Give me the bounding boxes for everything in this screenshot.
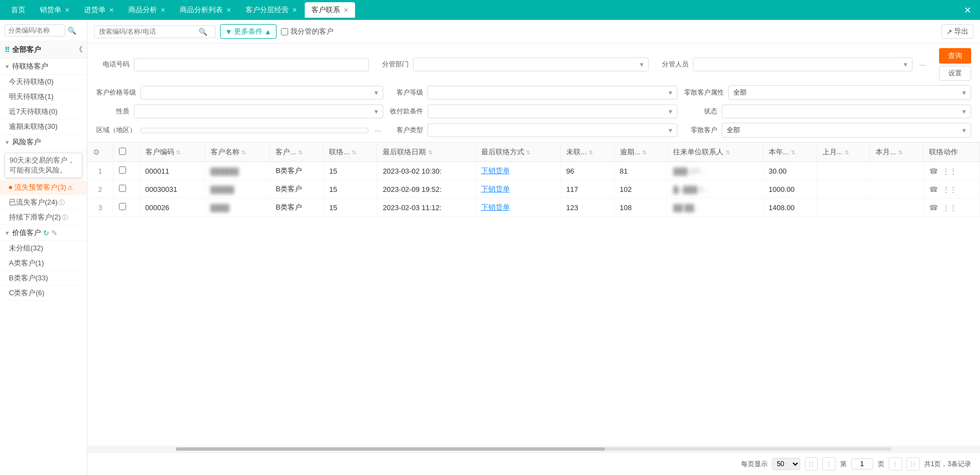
last-page-button[interactable]: ⟩⟩ — [906, 457, 920, 471]
tab-close-product-analysis-list[interactable]: ✕ — [226, 7, 231, 14]
filter-select-region[interactable] — [140, 128, 368, 133]
filter-select-customer-type[interactable]: ▾ — [428, 123, 677, 137]
th-uncontact[interactable]: 未联... ⇅ — [560, 143, 614, 162]
more-icon-0[interactable]: ⋮⋮ — [942, 167, 957, 175]
first-page-button[interactable]: ⟨⟨ — [805, 457, 818, 471]
sidebar-item-ungrouped[interactable]: 未分组(32) — [0, 241, 87, 256]
edit-icon[interactable]: ✎ — [51, 229, 58, 237]
filter-select-price-level[interactable]: ▾ — [140, 86, 383, 100]
filter-select-manager[interactable]: ▾ — [693, 58, 913, 71]
filter-label-nature: 性质 — [96, 107, 129, 116]
filter-select-dept[interactable]: ▾ — [413, 58, 648, 71]
more-icon-1[interactable]: ⋮⋮ — [942, 185, 957, 194]
tab-sales-order[interactable]: 销货单 ✕ — [33, 2, 76, 18]
row-lcw-1[interactable]: 下销货单 — [475, 180, 560, 199]
tab-product-analysis[interactable]: 商品分析 ✕ — [122, 2, 172, 18]
sidebar-item-declining[interactable]: 持续下滑客户(2) ⓘ — [0, 210, 87, 225]
phone-icon-0[interactable]: ☎ — [929, 167, 938, 175]
filter-select-status[interactable]: ▾ — [722, 105, 971, 118]
sidebar-item-tomorrow-contact[interactable]: 明天待联络(1) — [0, 90, 87, 105]
th-last-contact-way[interactable]: 最后联络方式 ⇅ — [475, 143, 560, 162]
filter-input-phone[interactable] — [134, 58, 369, 71]
row-lcw-2[interactable]: 下销货单 — [475, 199, 560, 217]
filter-select-nature[interactable]: ▾ — [134, 105, 383, 118]
filter-field-customer-level: 客户等级 ▾ — [390, 86, 677, 100]
filter-select-scatter[interactable]: 全部 ▾ — [722, 123, 971, 138]
sidebar-item-class-a[interactable]: A类客户(1) — [0, 256, 87, 271]
tab-close-customer-segmentation[interactable]: ✕ — [292, 7, 297, 14]
row-index-2: 3 — [87, 199, 113, 217]
chevron-down-customer-type: ▾ — [669, 126, 673, 134]
th-gear[interactable]: ⚙ — [87, 143, 113, 162]
all-customers-header[interactable]: ⠿ 全部客户 《 — [0, 41, 87, 59]
tab-close-purchase-order[interactable]: ✕ — [109, 7, 114, 14]
sidebar-item-churned[interactable]: 已流失客户(24) ⓘ — [0, 195, 87, 210]
sidebar-item-class-b[interactable]: B类客户(33) — [0, 271, 87, 286]
th-customer-code[interactable]: 客户编码 ⇅ — [139, 143, 205, 162]
th-last-month[interactable]: 上月... ⇅ — [816, 143, 870, 162]
tab-customer-segmentation[interactable]: 客户分层经营 ✕ — [239, 2, 304, 18]
th-customer-type[interactable]: 客户... ⇅ — [270, 143, 324, 162]
window-close-button[interactable]: ✕ — [960, 5, 976, 15]
row-checkbox-2[interactable] — [113, 199, 139, 217]
search-input[interactable] — [99, 28, 199, 35]
settings-button[interactable]: 设置 — [939, 66, 971, 81]
sidebar-item-overdue-contact[interactable]: 逾期未联络(30) — [0, 119, 87, 134]
collapse-icon[interactable]: 《 — [75, 45, 82, 55]
th-checkbox[interactable] — [113, 143, 139, 162]
row-checkbox-0[interactable] — [113, 162, 139, 180]
my-customer-checkbox-area[interactable]: 我分管的客户 — [281, 27, 333, 36]
tab-close-sales-order[interactable]: ✕ — [65, 7, 70, 14]
filter-select-payment[interactable]: ▾ — [428, 105, 677, 118]
row-checkbox-1[interactable] — [113, 180, 139, 199]
row-overdue-1: 102 — [614, 180, 668, 199]
next-page-button[interactable]: ⟩ — [889, 457, 902, 471]
search-submit-icon[interactable]: 🔍 — [199, 28, 207, 36]
horizontal-scrollbar[interactable] — [87, 446, 980, 452]
sort-icon-uncontact: ⇅ — [588, 149, 593, 155]
tab-close-product-analysis[interactable]: ✕ — [160, 7, 165, 14]
phone-icon-1[interactable]: ☎ — [929, 185, 938, 194]
tab-customer-contact[interactable]: 客户联系 ✕ — [305, 2, 355, 18]
more-filter-button[interactable]: ▼ 更多条件 ▲ — [220, 24, 277, 39]
page-input[interactable] — [851, 458, 873, 469]
page-size-select[interactable]: 50 20 100 — [772, 458, 800, 470]
export-button[interactable]: ↗ 导出 — [941, 24, 973, 39]
th-contact[interactable]: 联络... ⇅ — [324, 143, 377, 162]
sidebar-group-pending[interactable]: ▼ 待联络客户 — [0, 59, 87, 75]
select-all-checkbox[interactable] — [119, 148, 126, 155]
tab-product-analysis-list[interactable]: 商品分析列表 ✕ — [173, 2, 238, 18]
th-unit-contact[interactable]: 往来单位联系人 ⇅ — [668, 143, 763, 162]
more-dots-manager[interactable]: ··· — [917, 60, 928, 69]
sidebar-item-7day-contact[interactable]: 近7天待联络(0) — [0, 105, 87, 119]
prev-page-button[interactable]: ⟨ — [822, 457, 836, 471]
row-uncontact-0: 96 — [560, 162, 614, 180]
tab-homepage[interactable]: 首页 — [4, 2, 32, 18]
more-dots-region[interactable]: ··· — [373, 126, 384, 135]
filter-select-scatter-attr[interactable]: 全部 ▾ — [728, 85, 971, 100]
refresh-icon[interactable]: ↻ — [43, 229, 49, 237]
sidebar-item-class-c[interactable]: C类客户(6) — [0, 286, 87, 301]
tab-purchase-order[interactable]: 进货单 ✕ — [77, 2, 121, 18]
th-this-month[interactable]: 本月... ⇅ — [870, 143, 924, 162]
search-bar-right: ↗ 导出 — [941, 24, 973, 39]
row-action-1: ☎ ⋮⋮ — [924, 180, 980, 199]
scrollbar-thumb[interactable] — [176, 447, 605, 451]
sidebar-group-value[interactable]: ▼ 价值客户 ↻ ✎ — [0, 225, 87, 241]
my-customer-checkbox[interactable] — [281, 28, 288, 35]
more-icon-2[interactable]: ⋮⋮ — [942, 203, 957, 212]
query-button[interactable]: 查询 — [939, 48, 971, 64]
total-label: 共1页，3条记录 — [924, 460, 971, 469]
th-last-contact-date[interactable]: 最后联络日期 ⇅ — [377, 143, 475, 162]
tab-close-customer-contact[interactable]: ✕ — [343, 7, 348, 14]
filter-select-customer-level[interactable]: ▾ — [428, 86, 677, 100]
row-lcw-0[interactable]: 下销货单 — [475, 162, 560, 180]
sidebar-group-risk[interactable]: ▼ 风险客户 — [0, 134, 87, 150]
sidebar-item-churn-warning[interactable]: 流失预警客户(3) ⚠ — [0, 180, 87, 195]
sidebar-search-input[interactable] — [4, 24, 65, 36]
sidebar-item-today-contact[interactable]: 今天待联络(0) — [0, 75, 87, 90]
phone-icon-2[interactable]: ☎ — [929, 203, 938, 212]
th-overdue[interactable]: 逾期... ⇅ — [614, 143, 668, 162]
th-customer-name[interactable]: 客户名称 ⇅ — [205, 143, 270, 162]
th-this-year[interactable]: 本年... ⇅ — [763, 143, 816, 162]
